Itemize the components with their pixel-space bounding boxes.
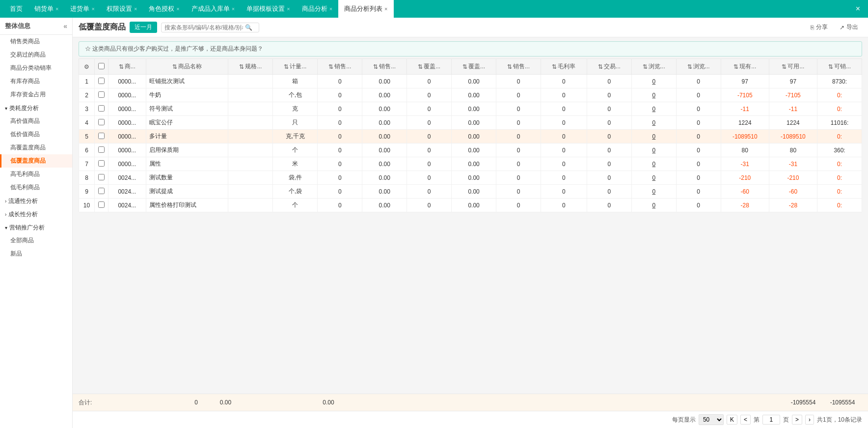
settings-icon[interactable]: ⚙ [84, 63, 89, 70]
sidebar-item-low-coverage[interactable]: 低覆盖度商品 [0, 154, 72, 168]
row-browse1[interactable]: 0 [631, 185, 676, 199]
row-checkbox[interactable] [95, 75, 108, 88]
row-sales-qty: 0 [318, 143, 362, 157]
row-browse1[interactable]: 0 [631, 157, 676, 171]
row-browse1[interactable]: 0 [631, 102, 676, 116]
sidebar-item-low-margin[interactable]: 低毛利商品 [0, 181, 72, 194]
sidebar-item-stock-capital[interactable]: 库存资金占用 [0, 88, 72, 101]
sidebar-item-high-margin[interactable]: 高毛利商品 [0, 168, 72, 181]
col-name[interactable]: ⇅商品名称 [146, 59, 228, 75]
next-page-button[interactable]: > [792, 415, 802, 425]
col-available[interactable]: ⇅可用... [769, 59, 817, 75]
sidebar-item-sales-products[interactable]: 销售类商品 [0, 35, 72, 48]
sidebar-group-liquidity-label[interactable]: › 流通性分析 [0, 194, 72, 207]
col-checkbox [95, 59, 108, 75]
row-checkbox[interactable] [95, 157, 108, 171]
nav-template-setting[interactable]: 单据模板设置 × [241, 0, 296, 18]
col-sales-qty[interactable]: ⇅销售... [318, 59, 362, 75]
sidebar-item-traded-products[interactable]: 交易过的商品 [0, 48, 72, 61]
nav-permission[interactable]: 权限设置 × [101, 0, 143, 18]
sidebar-group-marketing-label[interactable]: ▾ 营销推广分析 [0, 221, 72, 234]
row-browse1[interactable]: 0 [631, 88, 676, 102]
col-browse1[interactable]: ⇅浏览... [631, 59, 676, 75]
close-icon[interactable]: × [134, 6, 137, 12]
per-page-select[interactable]: 501020100 [699, 414, 724, 425]
col-spec[interactable]: ⇅规格... [228, 59, 273, 75]
sidebar-item-high-value[interactable]: 高价值商品 [0, 114, 72, 128]
row-checkbox[interactable] [95, 88, 108, 102]
row-checkbox[interactable] [95, 199, 108, 212]
nav-sales-order[interactable]: 销货单 × [28, 0, 64, 18]
close-icon[interactable]: × [287, 6, 290, 12]
row-sales3: 0 [496, 157, 541, 171]
row-checkbox[interactable] [95, 130, 108, 143]
col-cover2[interactable]: ⇅覆盖... [452, 59, 496, 75]
sidebar-group-growth-label[interactable]: › 成长性分析 [0, 207, 72, 221]
row-browse1[interactable]: 0 [631, 171, 676, 185]
last-page-button[interactable]: › [805, 415, 814, 425]
sidebar-item-new-products[interactable]: 新品 [0, 247, 72, 260]
row-spec [228, 102, 273, 116]
window-close-button[interactable]: × [852, 4, 864, 13]
col-cover1[interactable]: ⇅覆盖... [407, 59, 452, 75]
row-sales-amt: 0.00 [362, 102, 407, 116]
row-checkbox[interactable] [95, 171, 108, 185]
col-unit[interactable]: ⇅计量... [273, 59, 318, 75]
period-button[interactable]: 近一月 [130, 22, 157, 33]
sidebar-group-consumption-label[interactable]: ▾ 类耗度分析 [0, 101, 72, 114]
share-button[interactable]: ⎘ 分享 [807, 22, 832, 33]
col-browse2[interactable]: ⇅浏览... [676, 59, 721, 75]
nav-product-inbound[interactable]: 产成品入库单 × [186, 0, 241, 18]
close-icon[interactable]: × [55, 6, 58, 12]
row-spec [228, 199, 273, 212]
sidebar-item-with-stock[interactable]: 有库存商品 [0, 75, 72, 88]
row-browse1[interactable]: 0 [631, 75, 676, 88]
nav-product-analysis[interactable]: 商品分析 × [296, 0, 338, 18]
nav-role[interactable]: 角色授权 × [143, 0, 185, 18]
sidebar-item-all-products[interactable]: 全部商品 [0, 234, 72, 247]
row-checkbox[interactable] [95, 185, 108, 199]
row-sales3: 0 [496, 75, 541, 88]
row-code: 0000... [108, 157, 146, 171]
row-code: 0000... [108, 143, 146, 157]
sidebar-item-low-value[interactable]: 低价值商品 [0, 128, 72, 141]
row-browse1[interactable]: 0 [631, 143, 676, 157]
row-checkbox[interactable] [95, 116, 108, 130]
close-icon[interactable]: × [232, 6, 235, 12]
nav-home[interactable]: 首页 [4, 0, 28, 18]
prev-page-button[interactable]: < [740, 415, 751, 425]
col-code[interactable]: ⇅商... [108, 59, 146, 75]
sidebar-collapse-button[interactable]: « [63, 22, 67, 30]
sidebar-item-category-turnover[interactable]: 商品分类动销率 [0, 61, 72, 75]
row-sales-amt: 0.00 [362, 130, 407, 143]
row-spec [228, 88, 273, 102]
row-cover2: 0.00 [452, 199, 496, 212]
search-icon[interactable]: 🔍 [245, 24, 252, 31]
close-icon[interactable]: × [329, 6, 332, 12]
col-trade[interactable]: ⇅交易... [587, 59, 631, 75]
first-page-button[interactable]: K [727, 415, 737, 425]
row-checkbox[interactable] [95, 143, 108, 157]
col-sales3[interactable]: ⇅销售... [496, 59, 541, 75]
export-button[interactable]: ↗ 导出 [836, 22, 862, 33]
col-sellable[interactable]: ⇅可销... [817, 59, 862, 75]
nav-purchase[interactable]: 进货单 × [64, 0, 100, 18]
select-all-checkbox[interactable] [98, 63, 105, 69]
row-browse1[interactable]: 0 [631, 116, 676, 130]
search-input[interactable] [164, 24, 243, 31]
row-browse1[interactable]: 0 [631, 130, 676, 143]
close-icon[interactable]: × [176, 6, 179, 12]
nav-product-analysis-list[interactable]: 商品分析列表 × [338, 0, 393, 18]
close-icon[interactable]: × [384, 6, 387, 12]
row-browse1[interactable]: 0 [631, 199, 676, 212]
row-available: -1089510 [769, 130, 817, 143]
row-trade: 0 [587, 88, 631, 102]
col-sales-amt[interactable]: ⇅销售... [362, 59, 407, 75]
row-checkbox[interactable] [95, 102, 108, 116]
row-gross-margin: 0 [541, 157, 587, 171]
col-current-stock[interactable]: ⇅现有... [721, 59, 769, 75]
sidebar-item-high-coverage[interactable]: 高覆盖度商品 [0, 141, 72, 154]
close-icon[interactable]: × [91, 6, 94, 12]
page-number-input[interactable] [762, 415, 780, 425]
col-gross-margin[interactable]: ⇅毛利率 [541, 59, 587, 75]
